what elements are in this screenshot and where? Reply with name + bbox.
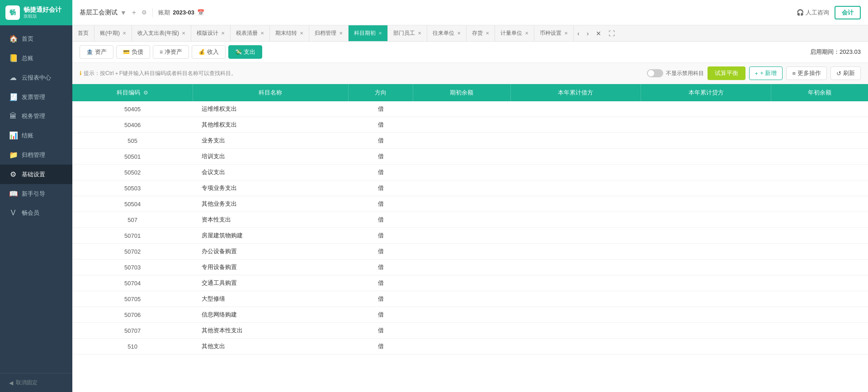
tab-report[interactable]: 收入支出表(年报) ✕ bbox=[132, 25, 191, 42]
table-row[interactable]: 50502 会议支出 借 bbox=[72, 165, 868, 180]
tab-currency[interactable]: 币种设置 ✕ bbox=[534, 25, 574, 42]
cell-ytd-credit bbox=[641, 291, 771, 307]
cell-ytd-debit bbox=[510, 101, 641, 117]
cell-init-balance bbox=[413, 212, 510, 228]
cell-name: 大型修缮 bbox=[193, 291, 348, 307]
cell-name: 办公设备购置 bbox=[193, 244, 348, 260]
tab-expand-button[interactable]: ⛶ bbox=[605, 25, 618, 42]
sidebar-item-home[interactable]: 🏠 首页 bbox=[0, 29, 72, 48]
sidebar-item-settings[interactable]: ⚙ 基础设置 bbox=[0, 165, 72, 184]
settings-gear-icon[interactable]: ⚙ bbox=[142, 9, 147, 16]
tab-subject-init[interactable]: 科目期初 ✕ bbox=[349, 25, 388, 42]
tab-close-icon[interactable]: ✕ bbox=[378, 31, 382, 36]
tab-period[interactable]: 账(中期) ✕ bbox=[94, 25, 132, 42]
tab-inventory[interactable]: 存货 ✕ bbox=[467, 25, 495, 42]
subtab-expense[interactable]: 💸 支出 bbox=[228, 45, 262, 59]
sidebar-item-closing[interactable]: 📊 结账 bbox=[0, 126, 72, 145]
table-row[interactable]: 50707 其他资本性支出 借 bbox=[72, 323, 868, 339]
balance-button[interactable]: 试算平衡 bbox=[708, 66, 745, 80]
subtab-liability-label: 负债 bbox=[132, 48, 143, 56]
add-button[interactable]: + + 新增 bbox=[749, 66, 783, 80]
toggle-disabled-subjects[interactable]: 不显示禁用科目 bbox=[647, 69, 704, 77]
table-row[interactable]: 50503 专项业务支出 借 bbox=[72, 180, 868, 196]
sidebar-footer-unpin[interactable]: ◀ 取消固定 bbox=[0, 373, 72, 392]
cell-init-balance bbox=[413, 244, 510, 260]
tab-template-label: 模版设计 bbox=[197, 29, 218, 37]
table-row[interactable]: 50705 大型修缮 借 bbox=[72, 291, 868, 307]
table-row[interactable]: 50704 交通工具购置 借 bbox=[72, 275, 868, 291]
sidebar-item-invoice[interactable]: 🧾 发票管理 bbox=[0, 87, 72, 107]
cell-init-balance bbox=[413, 180, 510, 196]
col-name: 科目名称 bbox=[193, 84, 348, 101]
tab-home-label: 首页 bbox=[78, 29, 89, 37]
table-row[interactable]: 50405 运维维权支出 借 bbox=[72, 101, 868, 117]
guide-icon: 📖 bbox=[9, 189, 17, 198]
tab-close-all-button[interactable]: ✕ bbox=[592, 25, 605, 42]
subtab-income[interactable]: 💰 收入 bbox=[192, 45, 226, 59]
account-button[interactable]: 会计 bbox=[835, 6, 861, 19]
sidebar-item-cloud[interactable]: ☁ 云报表中心 bbox=[0, 68, 72, 87]
tab-closing[interactable]: 期末结转 ✕ bbox=[270, 25, 309, 42]
tab-close-icon[interactable]: ✕ bbox=[182, 31, 185, 36]
subtab-asset[interactable]: 🏦 资产 bbox=[80, 45, 113, 59]
cell-code: 50706 bbox=[72, 307, 193, 323]
table-row[interactable]: 50406 其他维权支出 借 bbox=[72, 117, 868, 133]
refresh-button[interactable]: ↺ 刷新 bbox=[830, 66, 861, 80]
calendar-icon[interactable]: 📅 bbox=[197, 9, 204, 16]
subtab-liability[interactable]: 💳 负债 bbox=[116, 45, 150, 59]
cell-year-start-balance bbox=[771, 117, 868, 133]
table-row[interactable]: 50706 信息网络购建 借 bbox=[72, 307, 868, 323]
cell-direction: 借 bbox=[349, 275, 413, 291]
subtab-equity[interactable]: ≡ 净资产 bbox=[153, 45, 189, 59]
table-row[interactable]: 50504 其他业务支出 借 bbox=[72, 196, 868, 212]
cell-year-start-balance bbox=[771, 275, 868, 291]
tab-close-icon[interactable]: ✕ bbox=[300, 31, 303, 36]
table-row[interactable]: 505 业务支出 借 bbox=[72, 133, 868, 149]
sidebar-item-ledger[interactable]: 📒 总账 bbox=[0, 48, 72, 68]
sidebar-item-archive[interactable]: 📁 归档管理 bbox=[0, 145, 72, 165]
cell-year-start-balance bbox=[771, 228, 868, 244]
table-row[interactable]: 50703 专用设备购置 借 bbox=[72, 260, 868, 275]
tab-close-icon[interactable]: ✕ bbox=[260, 31, 264, 36]
tab-close-icon[interactable]: ✕ bbox=[123, 31, 126, 36]
tab-tax[interactable]: 税表清册 ✕ bbox=[231, 25, 270, 42]
cell-name: 其他支出 bbox=[193, 339, 348, 354]
tab-close-icon[interactable]: ✕ bbox=[486, 31, 489, 36]
tab-template[interactable]: 模版设计 ✕ bbox=[191, 25, 231, 42]
more-button[interactable]: ≡ 更多操作 bbox=[786, 66, 827, 80]
company-selector[interactable]: 基层工会测试 ▼ bbox=[80, 9, 127, 17]
tab-close-icon[interactable]: ✕ bbox=[457, 31, 461, 36]
sidebar-item-invoice-label: 发票管理 bbox=[22, 93, 45, 101]
toggle-switch[interactable] bbox=[647, 69, 663, 77]
table-row[interactable]: 50702 办公设备购置 借 bbox=[72, 244, 868, 260]
cell-ytd-debit bbox=[510, 196, 641, 212]
topbar-divider bbox=[152, 8, 153, 17]
tab-next-button[interactable]: › bbox=[583, 25, 593, 42]
tab-home[interactable]: 首页 bbox=[72, 25, 94, 42]
table-row[interactable]: 50501 培训支出 借 bbox=[72, 149, 868, 165]
tab-dept[interactable]: 部门员工 ✕ bbox=[388, 25, 427, 42]
table-row[interactable]: 507 资本性支出 借 bbox=[72, 212, 868, 228]
tab-prev-button[interactable]: ‹ bbox=[574, 25, 583, 42]
table-row[interactable]: 510 其他支出 借 bbox=[72, 339, 868, 354]
cell-year-start-balance bbox=[771, 101, 868, 117]
service-button[interactable]: 🎧 人工咨询 bbox=[797, 9, 829, 17]
app-name: 畅捷通好会计 bbox=[24, 6, 61, 14]
sidebar-item-tax[interactable]: 🏛 税务管理 bbox=[0, 107, 72, 126]
sidebar-logo: 畅 畅捷通好会计 旗舰版 bbox=[0, 0, 72, 25]
add-company-icon[interactable]: + bbox=[132, 9, 136, 17]
tab-close-icon[interactable]: ✕ bbox=[418, 31, 421, 36]
sidebar-item-guide[interactable]: 📖 新手引导 bbox=[0, 184, 72, 203]
income-icon: 💰 bbox=[198, 49, 205, 55]
tab-unit[interactable]: 计量单位 ✕ bbox=[495, 25, 534, 42]
tab-customer[interactable]: 往来单位 ✕ bbox=[427, 25, 467, 42]
tab-archive[interactable]: 归档管理 ✕ bbox=[309, 25, 349, 42]
tab-close-icon[interactable]: ✕ bbox=[339, 31, 343, 36]
table-wrapper: 科目编码 ⚙ 科目名称 方向 期初余额 本年累计借方 本年累计贷方 年初余额 5… bbox=[72, 84, 868, 392]
table-row[interactable]: 50701 房屋建筑物购建 借 bbox=[72, 228, 868, 244]
tab-close-icon[interactable]: ✕ bbox=[221, 31, 225, 36]
tab-close-icon[interactable]: ✕ bbox=[525, 31, 528, 36]
sidebar-item-vip[interactable]: V 畅会员 bbox=[0, 203, 72, 222]
col-settings-icon[interactable]: ⚙ bbox=[143, 90, 148, 96]
tab-close-icon[interactable]: ✕ bbox=[564, 31, 568, 36]
